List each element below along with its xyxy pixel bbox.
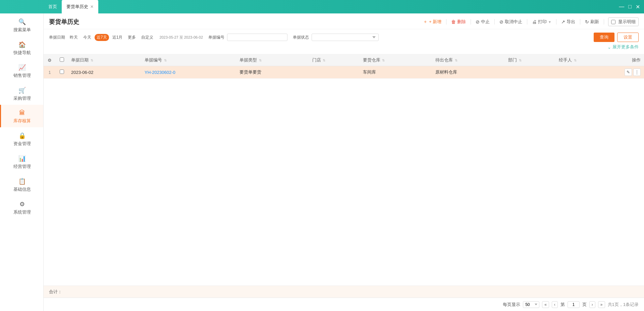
sidebar-item-label: 基础信息 (13, 186, 31, 192)
date-tab-today[interactable]: 今天 (81, 34, 93, 41)
sidebar-item-quicknav[interactable]: 🏠 快捷导航 (0, 36, 43, 59)
print-button[interactable]: 🖨 打印 ▼ (531, 17, 552, 26)
per-page-select[interactable]: 50 10 20 100 (523, 301, 539, 308)
row-edit-button[interactable]: ✎ (625, 69, 632, 76)
purchase-icon: 🛒 (18, 87, 26, 94)
page-label: 第 (560, 302, 565, 308)
sort-icon: ⇅ (455, 58, 458, 62)
delete-button[interactable]: 🗑 删除 (450, 17, 467, 26)
separator (556, 19, 556, 25)
row-store (309, 66, 360, 79)
col-billno-header[interactable]: 单据编号 ⇅ (141, 54, 236, 66)
sidebar-item-operations[interactable]: 📊 经营管理 (0, 150, 43, 173)
sidebar-item-purchase[interactable]: 🛒 采购管理 (0, 82, 43, 105)
sidebar-item-label: 快捷导航 (13, 50, 31, 56)
last-page-button[interactable]: » (598, 301, 605, 308)
per-page-label: 每页显示 (503, 302, 520, 308)
col-ops-header: 操作 (617, 54, 644, 66)
next-page-button[interactable]: › (589, 301, 595, 308)
page-input[interactable] (568, 301, 580, 308)
footer-label: 合计： (49, 289, 62, 295)
billno-input[interactable] (227, 34, 287, 41)
minimize-icon[interactable]: — (619, 4, 624, 10)
refresh-icon: ↻ (585, 19, 589, 25)
maximize-icon[interactable]: □ (628, 4, 632, 10)
basic-icon: 📋 (18, 178, 26, 185)
sort-icon: ⇅ (323, 58, 325, 62)
expand-conditions-button[interactable]: ⌄ 展开更多条件 (607, 44, 639, 50)
date-tab-7days[interactable]: 近7天 (95, 34, 109, 41)
col-settings[interactable]: ⚙ (44, 54, 56, 66)
sidebar-item-basic[interactable]: 📋 基础信息 (0, 173, 43, 196)
cancel-stop-icon: ⊘ (499, 19, 503, 25)
sidebar-item-label: 搜索菜单 (13, 27, 31, 33)
col-store-header[interactable]: 门店 ⇅ (309, 54, 360, 66)
separator (494, 19, 495, 25)
row-type: 要货单要货 (236, 66, 309, 79)
sidebar-item-label: 销售管理 (13, 73, 31, 79)
query-button[interactable]: 查询 (594, 33, 614, 42)
set-button[interactable]: 设置 (617, 33, 639, 42)
sidebar-item-system[interactable]: ⚙ 系统管理 (0, 196, 43, 219)
sidebar-item-label: 资金管理 (13, 141, 31, 147)
toolbar: ＋ + 新增 🗑 删除 ⊘ 中止 ⊘ 取消中止 (422, 17, 639, 26)
col-date-header[interactable]: 单据日期 ⇅ (68, 54, 141, 66)
system-icon: ⚙ (19, 201, 25, 208)
status-select[interactable] (312, 34, 379, 41)
show-detail-button[interactable]: 显示明细 (608, 17, 639, 26)
add-icon: ＋ (423, 19, 428, 25)
col-checkbox-header[interactable] (56, 54, 68, 66)
date-filter-group: 单据日期 昨天 今天 近7天 近1月 更多 自定义 2023-05-27 至 2… (49, 34, 203, 41)
date-tab-custom[interactable]: 自定义 (139, 34, 155, 41)
col-pendwarehouse-header[interactable]: 待出仓库 ⇅ (432, 54, 505, 66)
col-handler-header[interactable]: 经手人 ⇅ (555, 54, 617, 66)
tab-requisition-history[interactable]: 要货单历史 ✕ (62, 0, 98, 13)
table-wrapper: ⚙ 单据日期 ⇅ 单据编号 ⇅ 单据类型 (44, 54, 644, 285)
sidebar-item-search[interactable]: 🔍 搜索菜单 (0, 13, 43, 36)
stop-button[interactable]: ⊘ 中止 (475, 17, 490, 26)
separator (604, 19, 604, 25)
sidebar-item-label: 采购管理 (13, 95, 31, 101)
sidebar-item-finance[interactable]: 🔒 资金管理 (0, 127, 43, 150)
col-dept-header[interactable]: 部门 ⇅ (505, 54, 555, 66)
page-title: 要货单历史 (49, 18, 79, 26)
first-page-button[interactable]: « (542, 301, 549, 308)
row-reqwarehouse: 车间库 (360, 66, 432, 79)
date-tabs: 昨天 今天 近7天 近1月 更多 自定义 (68, 34, 155, 41)
col-type-header[interactable]: 单据类型 ⇅ (236, 54, 309, 66)
row-more-button[interactable]: ⋮ (633, 69, 641, 76)
filter-area: 单据日期 昨天 今天 近7天 近1月 更多 自定义 2023-05-27 至 2… (44, 29, 644, 54)
cancel-stop-button[interactable]: ⊘ 取消中止 (499, 17, 523, 26)
tab-home[interactable]: 首页 (44, 0, 62, 13)
close-window-icon[interactable]: ✕ (636, 4, 640, 10)
sidebar-item-inventory[interactable]: 🏛 库存核算 (0, 105, 43, 127)
export-button[interactable]: ↗ 导出 (560, 17, 576, 26)
pagination-bar: 每页显示 50 10 20 100 « ‹ 第 页 › » 共1页，1条记录 (44, 298, 644, 311)
col-reqwarehouse-header[interactable]: 要货仓库 ⇅ (360, 54, 432, 66)
home-icon: 🏠 (18, 41, 26, 48)
billno-link[interactable]: YH-20230602-0 (145, 70, 175, 75)
sales-icon: 📈 (18, 64, 26, 71)
date-tab-1month[interactable]: 近1月 (110, 34, 125, 41)
refresh-button[interactable]: ↻ 刷新 (584, 17, 600, 26)
sidebar-item-label: 系统管理 (13, 209, 31, 215)
row-date: 2023-06-02 (68, 66, 141, 79)
print-dropdown-icon[interactable]: ▼ (548, 20, 551, 24)
export-icon: ↗ (561, 19, 565, 25)
prev-page-button[interactable]: ‹ (552, 301, 558, 308)
new-button[interactable]: ＋ + 新增 (422, 17, 442, 26)
row-checkbox-cell[interactable] (56, 66, 68, 79)
separator (580, 19, 580, 25)
sidebar-item-sales[interactable]: 📈 销售管理 (0, 59, 43, 82)
inventory-icon: 🏛 (19, 109, 25, 117)
top-bar: 首页 要货单历史 ✕ — □ ✕ (0, 0, 644, 13)
date-tab-more[interactable]: 更多 (126, 34, 138, 41)
select-all-checkbox[interactable] (60, 57, 64, 62)
total-info: 共1页，1条记录 (608, 302, 639, 308)
tab-close-icon[interactable]: ✕ (90, 4, 94, 9)
show-detail-checkbox[interactable] (611, 20, 615, 24)
date-range-text: 2023-05-27 至 2023-06-02 (159, 35, 203, 40)
separator (471, 19, 471, 25)
date-tab-yesterday[interactable]: 昨天 (68, 34, 80, 41)
row-checkbox[interactable] (60, 70, 64, 74)
